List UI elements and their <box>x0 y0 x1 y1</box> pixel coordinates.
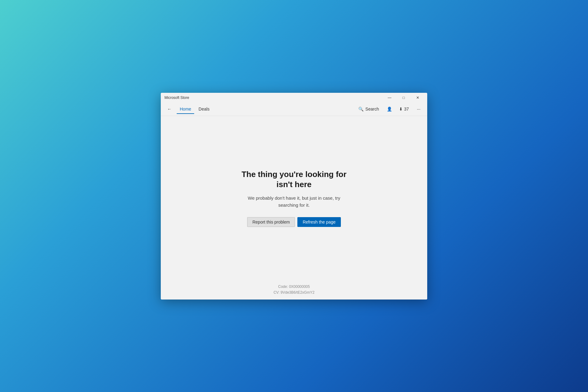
user-button[interactable]: 👤 <box>384 104 394 114</box>
maximize-button[interactable]: □ <box>397 93 411 103</box>
window-controls: — □ ✕ <box>383 93 425 103</box>
error-code: Code: 0X00000005 <box>164 284 424 290</box>
error-actions: Report this problem Refresh the page <box>247 217 341 227</box>
download-icon: ⬇ <box>399 107 403 111</box>
error-subtitle: We probably don't have it, but just in c… <box>248 195 340 209</box>
close-button[interactable]: ✕ <box>411 93 425 103</box>
search-label: Search <box>365 107 379 111</box>
refresh-page-button[interactable]: Refresh the page <box>297 217 341 227</box>
search-button[interactable]: 🔍 Search <box>355 105 382 113</box>
title-bar: Microsoft Store — □ ✕ <box>161 93 427 103</box>
downloads-button[interactable]: ⬇ 37 <box>397 105 411 113</box>
user-icon: 👤 <box>387 107 392 111</box>
nav-deals[interactable]: Deals <box>195 105 213 114</box>
footer: Code: 0X00000005 CV: 9Vde3B6/tE2xGmY2 <box>161 280 427 299</box>
downloads-count: 37 <box>404 107 409 111</box>
nav-links: Home Deals <box>177 105 355 114</box>
microsoft-store-window: Microsoft Store — □ ✕ ← Home Deals 🔍 Sea… <box>161 93 427 300</box>
nav-bar: ← Home Deals 🔍 Search 👤 ⬇ 37 ··· <box>161 103 427 116</box>
report-problem-button[interactable]: Report this problem <box>247 217 295 227</box>
error-title: The thing you're looking forisn't here <box>242 169 347 190</box>
main-content: The thing you're looking forisn't here W… <box>161 116 427 281</box>
minimize-button[interactable]: — <box>383 93 397 103</box>
search-icon: 🔍 <box>358 107 364 111</box>
nav-right: 🔍 Search 👤 ⬇ 37 ··· <box>355 104 424 114</box>
back-button[interactable]: ← <box>164 104 174 114</box>
error-cv: CV: 9Vde3B6/tE2xGmY2 <box>164 290 424 296</box>
window-title: Microsoft Store <box>164 96 189 100</box>
nav-home[interactable]: Home <box>177 105 194 114</box>
more-button[interactable]: ··· <box>414 104 424 114</box>
